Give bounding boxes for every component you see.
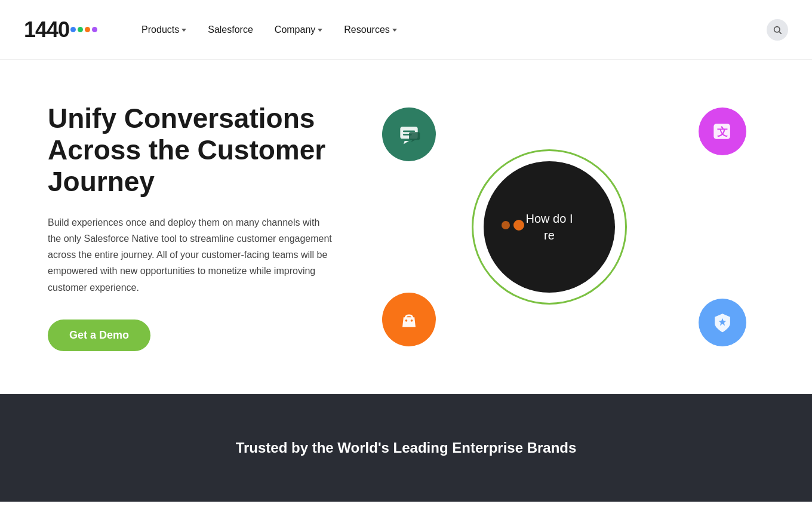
logo-dots (70, 27, 97, 32)
svg-text:文: 文 (717, 125, 728, 138)
orbit-dot-medium (513, 220, 524, 231)
orbit-dot-small (502, 221, 510, 229)
products-chevron-icon (182, 29, 186, 32)
central-ring: How do I re (472, 149, 627, 305)
company-chevron-icon (318, 29, 322, 32)
hero-illustration: How do I re 文 (334, 96, 764, 358)
hero-section: Unify Conversations Across the Customer … (0, 60, 812, 394)
shopping-bag-icon (396, 306, 422, 333)
hero-description: Build experiences once and deploy them o… (48, 214, 334, 296)
nav-products-label: Products (142, 24, 179, 35)
nav-company[interactable]: Company (266, 20, 331, 40)
hero-title: Unify Conversations Across the Customer … (48, 103, 334, 198)
dot-purple (92, 27, 97, 32)
nav-resources-label: Resources (344, 24, 389, 35)
nav-resources[interactable]: Resources (336, 20, 405, 40)
main-nav: 1440 Products Salesforce Company Resourc… (0, 0, 812, 60)
svg-point-0 (774, 26, 780, 32)
resources-chevron-icon (392, 29, 397, 32)
dot-orange (85, 27, 90, 32)
nav-salesforce[interactable]: Salesforce (199, 20, 262, 40)
chat-icon-circle (382, 107, 436, 161)
chat-bubble-icon (396, 121, 422, 148)
central-text: How do I re (526, 210, 573, 244)
nav-company-label: Company (275, 24, 315, 35)
svg-rect-5 (409, 132, 420, 140)
hero-content: Unify Conversations Across the Customer … (48, 103, 334, 351)
translate-icon: 文 (709, 118, 736, 145)
nav-links: Products Salesforce Company Resources (133, 20, 405, 40)
translate-icon-circle: 文 (699, 107, 746, 155)
shopping-icon-circle (382, 293, 436, 346)
nav-products[interactable]: Products (133, 20, 195, 40)
get-demo-button[interactable]: Get a Demo (48, 320, 150, 351)
dot-blue (70, 27, 76, 32)
svg-point-7 (411, 320, 413, 322)
svg-rect-3 (403, 131, 415, 133)
svg-line-1 (779, 32, 782, 34)
dot-green (78, 27, 83, 32)
trusted-label: Trusted by the World's Leading Enterpris… (236, 440, 577, 456)
nav-salesforce-label: Salesforce (208, 24, 253, 35)
shield-star-icon (709, 309, 736, 336)
footer-section: Trusted by the World's Leading Enterpris… (0, 394, 812, 502)
shield-icon-circle (699, 299, 746, 346)
nav-right (767, 19, 788, 41)
search-button[interactable] (767, 19, 788, 41)
search-icon (773, 25, 782, 35)
logo[interactable]: 1440 (24, 17, 97, 42)
logo-text: 1440 (24, 17, 69, 42)
svg-point-6 (405, 320, 408, 322)
